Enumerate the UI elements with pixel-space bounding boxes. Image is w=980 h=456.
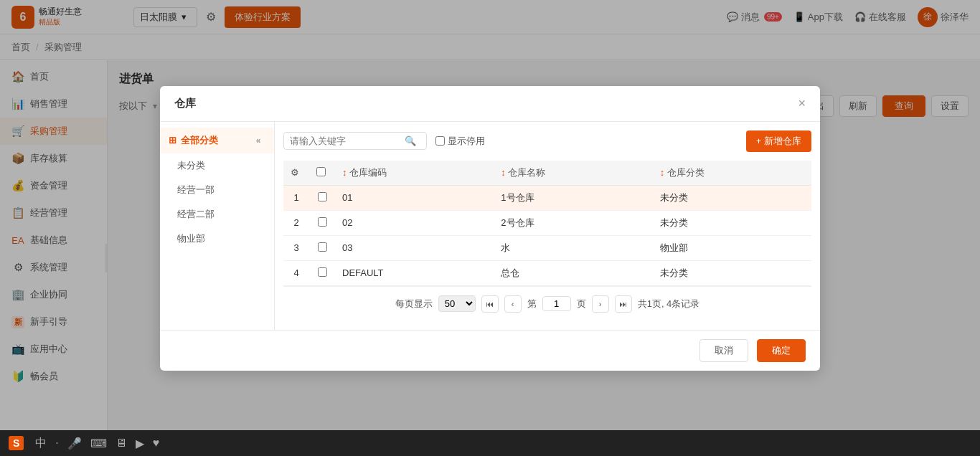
row-category: 未分类 bbox=[653, 185, 811, 210]
th-code: ↕ 仓库编码 bbox=[335, 161, 494, 186]
warehouse-modal: 仓库 × ⊞ 全部分类 « 未分类 经营一部 经营二部 物业部 bbox=[160, 86, 820, 371]
page-input[interactable] bbox=[542, 296, 571, 311]
sort-icon2: ↕ bbox=[501, 167, 506, 178]
show-disabled-check[interactable] bbox=[435, 136, 445, 146]
warehouse-table: ⚙ ↕ 仓库编码 ↕ 仓库名称 ↕ 仓库分类 1 01 bbox=[283, 161, 811, 286]
taskbar-keyboard-icon[interactable]: ⌨ bbox=[90, 437, 107, 450]
row-category: 物业部 bbox=[653, 235, 811, 260]
all-categories-label: 全部分类 bbox=[181, 134, 218, 147]
table-row[interactable]: 1 01 1号仓库 未分类 bbox=[283, 185, 811, 210]
all-categories-header[interactable]: ⊞ 全部分类 « bbox=[160, 128, 274, 153]
search-box: 🔍 bbox=[283, 132, 427, 150]
table-area: 🔍 显示停用 + 新增仓库 ⚙ bbox=[275, 122, 820, 330]
row-index: 4 bbox=[283, 260, 309, 285]
modal-overlay: 仓库 × ⊞ 全部分类 « 未分类 经营一部 经营二部 物业部 bbox=[0, 0, 980, 456]
page-first-btn[interactable]: ⏮ bbox=[481, 295, 499, 313]
th-category: ↕ 仓库分类 bbox=[653, 161, 811, 186]
page-label: 第 bbox=[527, 298, 537, 310]
page-prev-btn[interactable]: ‹ bbox=[504, 295, 522, 313]
per-page-label: 每页显示 bbox=[395, 298, 433, 310]
row-category: 未分类 bbox=[653, 210, 811, 235]
modal-header: 仓库 × bbox=[160, 86, 820, 122]
taskbar-dot-icon[interactable]: · bbox=[55, 437, 58, 450]
row-name: 2号仓库 bbox=[494, 210, 652, 235]
pagination: 每页显示 50 100 200 ⏮ ‹ 第 页 › ⏭ 共 bbox=[283, 286, 811, 321]
grid-icon: ⊞ bbox=[169, 135, 176, 146]
table-row[interactable]: 4 DEFAULT 总仓 未分类 bbox=[283, 260, 811, 285]
table-head: ⚙ ↕ 仓库编码 ↕ 仓库名称 ↕ 仓库分类 bbox=[283, 161, 811, 186]
taskbar-play-icon[interactable]: ▶ bbox=[136, 437, 144, 450]
row-code: 01 bbox=[335, 185, 494, 210]
row-index: 3 bbox=[283, 235, 309, 260]
confirm-button[interactable]: 确定 bbox=[757, 339, 806, 362]
category-sidebar: ⊞ 全部分类 « 未分类 经营一部 经营二部 物业部 bbox=[160, 122, 275, 330]
show-disabled-checkbox[interactable]: 显示停用 bbox=[435, 135, 485, 148]
taskbar-mic-icon[interactable]: 🎤 bbox=[67, 437, 82, 450]
modal-close-button[interactable]: × bbox=[798, 96, 806, 111]
row-index: 1 bbox=[283, 185, 309, 210]
row-checkbox[interactable] bbox=[309, 260, 335, 285]
total-info: 共1页, 4条记录 bbox=[638, 298, 700, 310]
modal-title: 仓库 bbox=[174, 97, 196, 110]
cat-item-operation1[interactable]: 经营一部 bbox=[160, 178, 274, 202]
cat-item-unclassified[interactable]: 未分类 bbox=[160, 153, 274, 178]
row-name: 水 bbox=[494, 235, 652, 260]
row-checkbox[interactable] bbox=[309, 210, 335, 235]
add-warehouse-button[interactable]: + 新增仓库 bbox=[746, 130, 811, 152]
taskbar-heart-icon[interactable]: ♥ bbox=[153, 437, 160, 450]
page-suffix: 页 bbox=[577, 298, 586, 310]
page-next-btn[interactable]: › bbox=[592, 295, 609, 313]
cancel-button[interactable]: 取消 bbox=[699, 339, 748, 362]
row-checkbox[interactable] bbox=[309, 235, 335, 260]
cat-item-operation2[interactable]: 经营二部 bbox=[160, 202, 274, 227]
taskbar-zh-icon[interactable]: 中 bbox=[35, 436, 47, 451]
th-checkbox bbox=[309, 161, 335, 186]
table-toolbar: 🔍 显示停用 + 新增仓库 bbox=[283, 130, 811, 152]
taskbar-monitor-icon[interactable]: 🖥 bbox=[116, 437, 127, 450]
taskbar-logo: S bbox=[9, 436, 24, 450]
table-row[interactable]: 3 03 水 物业部 bbox=[283, 235, 811, 260]
sort-icon: ↕ bbox=[342, 167, 347, 178]
row-code: 03 bbox=[335, 235, 494, 260]
category-collapse-btn[interactable]: « bbox=[251, 133, 265, 148]
row-index: 2 bbox=[283, 210, 309, 235]
search-icon[interactable]: 🔍 bbox=[405, 136, 416, 146]
select-all-checkbox[interactable] bbox=[316, 167, 326, 176]
row-name: 1号仓库 bbox=[494, 185, 652, 210]
bottom-taskbar: S 中 · 🎤 ⌨ 🖥 ▶ ♥ bbox=[0, 430, 980, 456]
row-category: 未分类 bbox=[653, 260, 811, 285]
row-checkbox[interactable] bbox=[309, 185, 335, 210]
row-code: DEFAULT bbox=[335, 260, 494, 285]
row-name: 总仓 bbox=[494, 260, 652, 285]
modal-body: ⊞ 全部分类 « 未分类 经营一部 经营二部 物业部 🔍 bbox=[160, 122, 820, 330]
sort-icon3: ↕ bbox=[660, 167, 665, 178]
page-last-btn[interactable]: ⏭ bbox=[615, 295, 632, 313]
th-name: ↕ 仓库名称 bbox=[494, 161, 652, 186]
page-size-dropdown[interactable]: 50 100 200 bbox=[438, 295, 476, 312]
th-settings[interactable]: ⚙ bbox=[283, 161, 309, 186]
table-wrapper: ⚙ ↕ 仓库编码 ↕ 仓库名称 ↕ 仓库分类 1 01 bbox=[283, 161, 811, 286]
cat-item-property[interactable]: 物业部 bbox=[160, 227, 274, 251]
show-disabled-label: 显示停用 bbox=[448, 135, 485, 148]
row-code: 02 bbox=[335, 210, 494, 235]
modal-footer: 取消 确定 bbox=[160, 330, 820, 371]
page-size-select: 50 100 200 bbox=[438, 295, 476, 312]
table-row[interactable]: 2 02 2号仓库 未分类 bbox=[283, 210, 811, 235]
table-body: 1 01 1号仓库 未分类 2 02 2号仓库 bbox=[283, 185, 811, 285]
search-input[interactable] bbox=[290, 136, 405, 146]
